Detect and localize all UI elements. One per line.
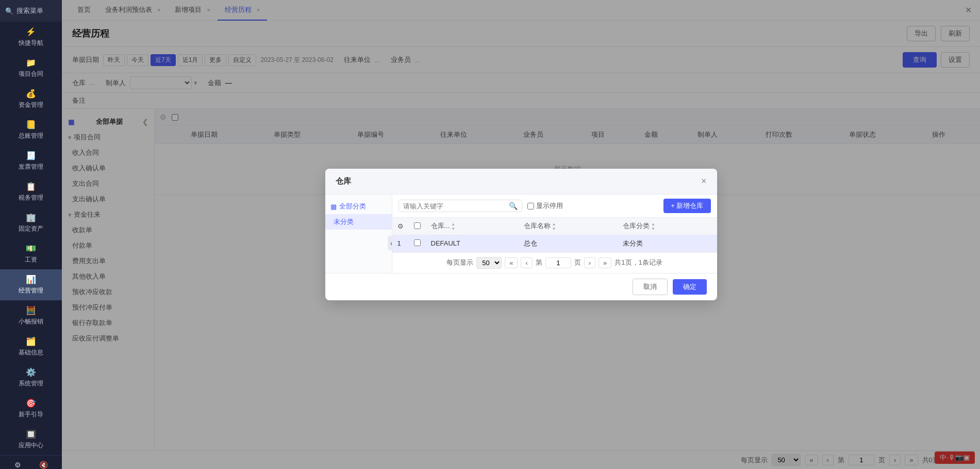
row-select-checkbox[interactable]: [414, 239, 421, 246]
col-code: 仓库...▲▼: [426, 218, 519, 235]
sidebar-search-label: 搜索菜单: [16, 6, 43, 15]
modal-table-wrap: ⚙ 仓库...▲▼ 仓库名称▲▼: [392, 218, 717, 252]
invoice-icon: 🧾: [26, 151, 36, 160]
sidebar-item-ledger-mgmt[interactable]: 📒 总账管理: [0, 115, 62, 145]
sidebar-item-label: 小畅报销: [19, 317, 43, 326]
modal-all-category-btn[interactable]: ▦ 全部分类: [325, 199, 392, 214]
modal-prev-page-btn[interactable]: ‹: [521, 257, 532, 268]
modal-title: 仓库: [336, 176, 351, 186]
modal-search-icon: 🔍: [509, 202, 518, 210]
modal-footer-actions: 取消 确定: [325, 273, 717, 300]
sidebar-item-label: 发票管理: [19, 163, 43, 171]
modal-next-page-btn[interactable]: ›: [584, 257, 595, 268]
col-category: 仓库分类▲▼: [618, 218, 717, 235]
quick-nav-icon: ⚡: [26, 27, 36, 37]
modal-page-input[interactable]: [545, 257, 571, 268]
sidebar-item-fund-mgmt[interactable]: 💰 资金管理: [0, 84, 62, 115]
sidebar-item-app-center[interactable]: 🔲 应用中心: [0, 424, 62, 455]
sidebar-item-biz-mgmt[interactable]: 📊 经营管理: [0, 269, 62, 300]
col-settings-modal: ⚙: [392, 218, 409, 235]
search-icon: 🔍: [5, 7, 13, 15]
modal-header: 仓库 ×: [325, 169, 717, 195]
modal-right-panel: 🔍 显示停用 + 新增仓库: [392, 195, 717, 273]
col-name: 仓库名称▲▼: [519, 218, 618, 235]
guide-icon: 🎯: [26, 398, 36, 408]
sidebar-item-label: 经营管理: [19, 286, 43, 295]
sidebar-item-label: 固定资产: [19, 224, 43, 233]
show-disabled-label: 显示停用: [536, 201, 563, 211]
modal-cancel-btn[interactable]: 取消: [633, 279, 668, 295]
mute-icon[interactable]: 🔇: [39, 461, 48, 469]
modal-total: 共1页，1条记录: [614, 258, 662, 267]
sidebar-item-project-contract[interactable]: 📁 项目合同: [0, 53, 62, 84]
modal-search-input[interactable]: [403, 202, 509, 210]
sidebar-item-invoice-mgmt[interactable]: 🧾 发票管理: [0, 145, 62, 176]
fixed-assets-icon: 🏢: [26, 213, 36, 222]
sidebar-item-label: 新手引导: [19, 410, 43, 419]
sidebar-item-label: 基础信息: [19, 348, 43, 357]
sidebar-item-fixed-assets[interactable]: 🏢 固定资产: [0, 207, 62, 238]
modal-overlay: 仓库 × ▦ 全部分类 未分类 ❮: [62, 0, 980, 469]
modal-page-label-pre: 第: [536, 258, 542, 267]
ledger-icon: 📒: [26, 120, 36, 130]
modal-warehouse-table: ⚙ 仓库...▲▼ 仓库名称▲▼: [392, 218, 717, 252]
row-index: 1: [392, 235, 409, 252]
col-checkbox-modal: [409, 218, 426, 235]
sidebar-item-label: 系统管理: [19, 379, 43, 388]
grid-icon-modal: ▦: [330, 203, 337, 211]
sidebar-item-label: 税务管理: [19, 193, 43, 202]
row-name: 总仓: [519, 235, 618, 252]
modal-toolbar: 🔍 显示停用 + 新增仓库: [392, 195, 717, 218]
tax-icon: 📋: [26, 182, 36, 191]
row-checkbox: [409, 235, 426, 252]
modal-page-size-select[interactable]: 50: [476, 257, 502, 269]
sidebar-item-tax-mgmt[interactable]: 📋 税务管理: [0, 176, 62, 207]
modal-search-wrap: 🔍: [398, 200, 522, 212]
biz-mgmt-icon: 📊: [26, 274, 36, 284]
modal-confirm-btn[interactable]: 确定: [673, 279, 707, 295]
sidebar-item-sys-mgmt[interactable]: ⚙️ 系统管理: [0, 362, 62, 393]
show-disabled-checkbox[interactable]: [527, 203, 534, 209]
sidebar-item-label: 快捷导航: [19, 39, 43, 47]
sidebar-item-guide[interactable]: 🎯 新手引导: [0, 393, 62, 424]
fund-icon: 💰: [26, 89, 36, 99]
base-info-icon: 🗂️: [26, 336, 36, 346]
sidebar-item-label: 工资: [25, 255, 37, 264]
row-code: DEFAULT: [426, 235, 519, 252]
sidebar-item-label: 项目合同: [19, 70, 43, 78]
sidebar-item-base-info[interactable]: 🗂️ 基础信息: [0, 331, 62, 362]
salary-icon: 💵: [26, 244, 36, 253]
sidebar-item-salary[interactable]: 💵 工资: [0, 238, 62, 269]
modal-add-warehouse-btn[interactable]: + 新增仓库: [663, 199, 710, 213]
modal-last-page-btn[interactable]: »: [599, 257, 611, 268]
modal-left-collapse-btn[interactable]: ❮: [388, 236, 392, 250]
sidebar-item-label: 总账管理: [19, 132, 43, 140]
row-category: 未分类: [618, 235, 717, 252]
modal-first-page-btn[interactable]: «: [505, 257, 518, 268]
modal-body: ▦ 全部分类 未分类 ❮ 🔍: [325, 195, 717, 273]
sidebar-item-quick-nav[interactable]: ⚡ 快捷导航: [0, 22, 62, 53]
modal-page-label: 页: [574, 258, 581, 267]
modal-left-item-uncategorized[interactable]: 未分类: [325, 214, 392, 230]
settings-icon[interactable]: ⚙: [14, 461, 21, 469]
sys-mgmt-icon: ⚙️: [26, 367, 36, 377]
project-icon: 📁: [26, 58, 36, 68]
sidebar-item-marketing[interactable]: 🧮 小畅报销: [0, 300, 62, 331]
sidebar: 🔍 搜索菜单 ⚡ 快捷导航 📁 项目合同 💰 资金管理 📒 总账管理 🧾 发票管…: [0, 0, 62, 469]
modal-pager: 每页显示 50 « ‹ 第 页 › » 共1页，1条记录: [392, 252, 717, 273]
sidebar-search[interactable]: 🔍 搜索菜单: [0, 0, 62, 22]
show-disabled-wrap: 显示停用: [527, 201, 563, 211]
modal-all-label: 全部分类: [339, 202, 366, 211]
modal-left-panel: ▦ 全部分类 未分类 ❮: [325, 195, 392, 273]
modal-page-size-label: 每页显示: [446, 258, 473, 267]
marketing-icon: 🧮: [26, 305, 36, 315]
modal-table-row[interactable]: 1 DEFAULT 总仓 未分类: [392, 235, 717, 252]
sidebar-bottom: ⚙ 🔇: [0, 455, 62, 469]
modal-close-btn[interactable]: ×: [701, 176, 707, 187]
modal-select-all[interactable]: [414, 222, 421, 229]
main-area: 首页 业务利润预估表 × 新增项目 × 经营历程 × ✕ 经营历程 导出 刷新 …: [62, 0, 980, 469]
gear-icon-modal[interactable]: ⚙: [397, 222, 404, 230]
sidebar-item-label: 应用中心: [19, 441, 43, 450]
sidebar-item-label: 资金管理: [19, 101, 43, 109]
app-center-icon: 🔲: [26, 429, 36, 439]
